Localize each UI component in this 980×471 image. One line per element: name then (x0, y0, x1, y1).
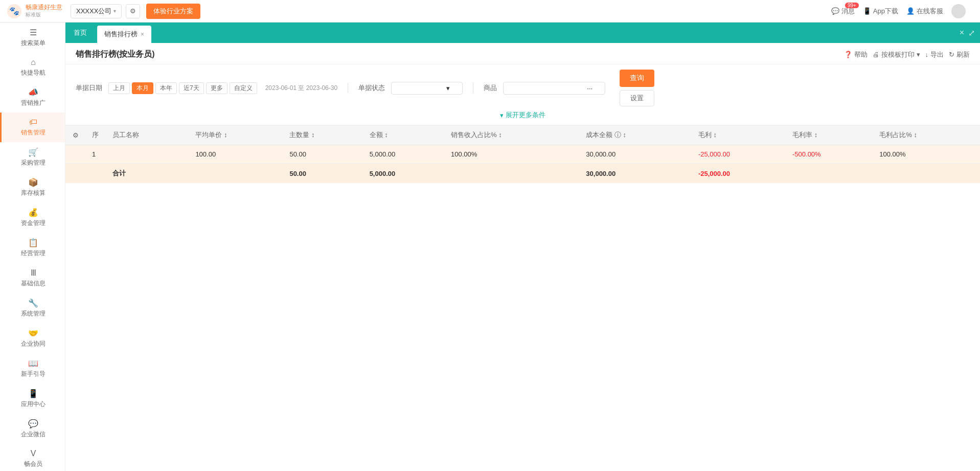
sort-icon: ↕ (814, 131, 818, 139)
settings-button[interactable]: 设置 (620, 90, 654, 106)
print-dropdown-icon: ▾ (917, 51, 920, 58)
row-amount: 5,000.00 (363, 145, 445, 164)
date-btn-last-month[interactable]: 上月 (108, 82, 130, 94)
app-download-button[interactable]: 📱 App下载 (863, 7, 898, 16)
row-cost: 30,000.00 (580, 145, 692, 164)
col-settings[interactable]: ⚙ (65, 125, 86, 145)
date-btn-this-month[interactable]: 本月 (132, 82, 153, 94)
company-settings-button[interactable]: ⚙ (126, 4, 140, 18)
logo-line1: 畅康通好生意 (26, 4, 62, 11)
sidebar-item-sales[interactable]: 🏷 销售管理 (0, 113, 65, 142)
sidebar-item-search[interactable]: ☰ 搜索菜单 (0, 23, 65, 53)
sidebar-item-quick-nav[interactable]: ⌂ 快捷导航 (0, 53, 65, 82)
col-cost[interactable]: 成本全额 ⓘ ↕ (580, 125, 692, 145)
goods-select[interactable]: ··· (503, 82, 605, 95)
export-button[interactable]: ↓ 导出 (925, 50, 944, 59)
member-icon: V (31, 449, 36, 458)
date-range: 2023-06-01 至 2023-06-30 (265, 84, 337, 93)
query-button[interactable]: 查询 (620, 70, 654, 87)
status-dropdown-icon: ▾ (446, 84, 450, 92)
chevron-down-icon: ▾ (113, 8, 116, 14)
row-settings (65, 145, 86, 164)
tab-sales-ranking[interactable]: 销售排行榜 × (97, 26, 151, 43)
gear-icon: ⚙ (130, 7, 136, 15)
service-icon: 👤 (906, 7, 915, 15)
date-btn-custom[interactable]: 自定义 (230, 82, 257, 94)
trial-button[interactable]: 体验行业方案 (146, 4, 200, 19)
sort-icon: ↕ (498, 131, 502, 139)
sidebar: ☰ 搜索菜单 ⌂ 快捷导航 📣 营销推广 🏷 销售管理 🛒 采购管理 📦 库 (0, 23, 65, 471)
tab-close-window-icon[interactable]: × (960, 28, 964, 37)
sort-icon: ↕ (623, 131, 627, 139)
col-gross-pct[interactable]: 毛利占比% ↕ (873, 125, 980, 145)
sidebar-item-purchase[interactable]: 🛒 采购管理 (0, 142, 65, 172)
col-amount[interactable]: 全额 ↕ (363, 125, 445, 145)
sidebar-item-basic[interactable]: Ⅲ 基础信息 (0, 263, 65, 293)
row-avg-price: 100.00 (189, 145, 283, 164)
company-selector[interactable]: XXXXX公司 ▾ (71, 4, 122, 18)
marketing-icon: 📣 (28, 87, 38, 97)
action-buttons: 查询 设置 (620, 70, 654, 106)
sidebar-item-ops[interactable]: 📋 经营管理 (0, 233, 65, 263)
settings-icon: ⚙ (73, 131, 79, 139)
page-header: 销售排行榜(按业务员) ❓ 帮助 🖨 按模板打印 ▾ ↓ 导出 (65, 43, 980, 64)
date-btn-7days[interactable]: 近7天 (179, 82, 204, 94)
sidebar-item-collab[interactable]: 🤝 企业协同 (0, 323, 65, 353)
sidebar-item-system[interactable]: 🔧 系统管理 (0, 293, 65, 323)
footer-sales-pct (445, 164, 580, 184)
date-btn-more[interactable]: 更多 (206, 82, 227, 94)
sidebar-item-apps[interactable]: 📱 应用中心 (0, 384, 65, 414)
sort-icon: ↕ (224, 131, 227, 139)
date-buttons: 上月 本月 本年 近7天 更多 自定义 (108, 82, 257, 94)
message-button[interactable]: 💬 消息 99+ (831, 7, 855, 16)
col-avg-price[interactable]: 平均单价 ↕ (189, 125, 283, 145)
row-gross-rate: -500.00% (786, 145, 873, 164)
footer-gross-pct (873, 164, 980, 184)
col-qty[interactable]: 主数量 ↕ (283, 125, 363, 145)
help-icon: ❓ (844, 51, 852, 58)
print-button[interactable]: 🖨 按模板打印 ▾ (873, 50, 920, 59)
col-sales-pct[interactable]: 销售收入占比% ↕ (445, 125, 580, 145)
sidebar-item-guide[interactable]: 📖 新手引导 (0, 353, 65, 384)
top-right-area: 💬 消息 99+ 📱 App下载 👤 在线客服 (831, 4, 974, 18)
col-gross-rate[interactable]: 毛利率 ↕ (786, 125, 873, 145)
row-gross-profit: -25,000.00 (692, 145, 786, 164)
ops-icon: 📋 (28, 238, 38, 248)
date-btn-this-year[interactable]: 本年 (155, 82, 177, 94)
sidebar-item-marketing[interactable]: 📣 营销推广 (0, 82, 65, 113)
print-icon: 🖨 (873, 51, 879, 58)
expand-more-btn[interactable]: ▾ 展开更多条件 (76, 110, 970, 120)
collab-icon: 🤝 (28, 328, 38, 338)
sidebar-item-finance[interactable]: 💰 资金管理 (0, 203, 65, 233)
refresh-button[interactable]: ↻ 刷新 (949, 50, 970, 59)
footer-rank (86, 164, 106, 184)
tab-home[interactable]: 首页 (65, 23, 95, 43)
tab-close-icon[interactable]: × (141, 31, 144, 38)
footer-cost: 30,000.00 (580, 164, 692, 184)
status-select[interactable]: ▾ (391, 82, 463, 95)
row-qty: 50.00 (283, 145, 363, 164)
footer-avg-price (189, 164, 283, 184)
col-name: 员工名称 (106, 125, 189, 145)
avatar[interactable] (951, 4, 966, 18)
date-label: 单据日期 (76, 83, 102, 93)
footer-gross-profit: -25,000.00 (692, 164, 786, 184)
col-gross-profit[interactable]: 毛利 ↕ (692, 125, 786, 145)
help-button[interactable]: ❓ 帮助 (844, 50, 868, 59)
sidebar-item-wechat[interactable]: 💬 企业微信 (0, 414, 65, 444)
export-icon: ↓ (925, 51, 929, 58)
online-service-button[interactable]: 👤 在线客服 (906, 7, 943, 16)
logo: 🐾 畅康通好生意 标准版 (6, 3, 62, 19)
footer-gross-rate (786, 164, 873, 184)
sidebar-item-member[interactable]: V 畅会员 (0, 444, 65, 471)
home-icon: ⌂ (31, 58, 36, 67)
sidebar-item-inventory[interactable]: 📦 库存核算 (0, 172, 65, 203)
footer-settings (65, 164, 86, 184)
table-header-row: ⚙ 序 员工名称 平均单价 ↕ 主数量 (65, 125, 980, 145)
company-name: XXXXX公司 (76, 7, 111, 16)
purchase-icon: 🛒 (28, 147, 38, 157)
goods-label: 商品 (484, 83, 497, 93)
tab-maximize-icon[interactable]: ⤢ (968, 28, 975, 38)
status-label: 单据状态 (358, 83, 385, 93)
system-icon: 🔧 (28, 298, 38, 308)
